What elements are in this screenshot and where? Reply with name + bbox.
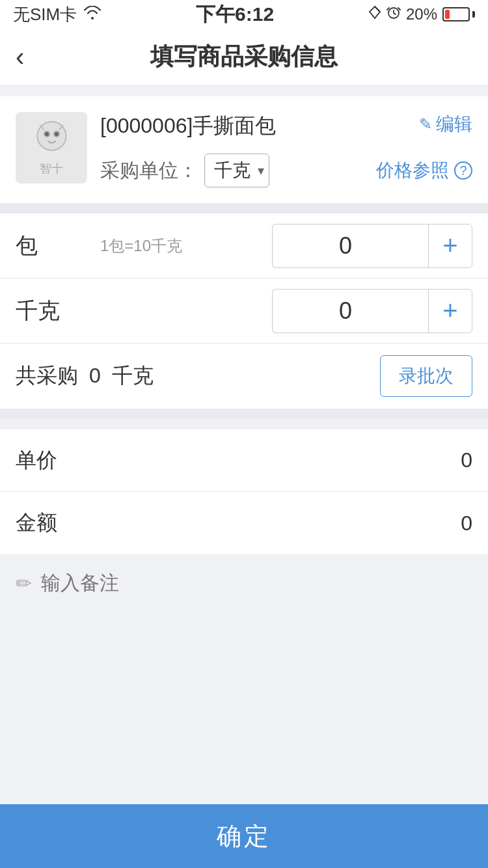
bao-row: 包 1包=10千克 + bbox=[0, 213, 488, 278]
edit-button[interactable]: ✎ 编辑 bbox=[419, 112, 472, 137]
summary-unit: 千克 bbox=[112, 364, 154, 387]
nav-bar: ‹ 填写商品采购信息 bbox=[0, 29, 488, 86]
svg-point-4 bbox=[45, 132, 49, 136]
kg-plus-button[interactable]: + bbox=[428, 289, 472, 333]
kg-input-group: + bbox=[94, 289, 472, 333]
svg-point-5 bbox=[55, 132, 59, 136]
section-divider-1 bbox=[0, 203, 488, 213]
bao-plus-button[interactable]: + bbox=[428, 224, 472, 268]
price-section: 单价 0 金额 0 bbox=[0, 429, 488, 554]
status-bar: 无SIM卡 下午6:12 bbox=[0, 0, 488, 29]
alarm-icon bbox=[386, 5, 401, 23]
product-thumbnail: 智十 bbox=[16, 112, 87, 183]
unit-price-label: 单价 bbox=[16, 446, 57, 475]
carrier-text: 无SIM卡 bbox=[13, 3, 77, 26]
product-logo-text: 智十 bbox=[40, 161, 63, 176]
unit-price-value: 0 bbox=[461, 448, 472, 472]
product-card: 智十 [0000006]手撕面包 ✎ 编辑 采购单位： 千克 ▾ bbox=[0, 96, 488, 203]
edit-icon: ✎ bbox=[419, 115, 432, 133]
product-thumb-owl-icon bbox=[34, 120, 70, 158]
summary-text: 共采购 0 千克 bbox=[16, 362, 154, 390]
edit-label: 编辑 bbox=[436, 112, 472, 137]
pencil-icon: ✏ bbox=[16, 572, 32, 595]
section-divider-2 bbox=[0, 409, 488, 419]
wifi-icon bbox=[83, 5, 102, 25]
input-section: 包 1包=10千克 + 千克 + 共采购 0 千克 录批次 bbox=[0, 213, 488, 409]
back-button[interactable]: ‹ bbox=[16, 42, 24, 72]
status-time: 下午6:12 bbox=[196, 1, 274, 28]
confirm-bar[interactable]: 确定 bbox=[0, 804, 488, 868]
kg-row: 千克 + bbox=[0, 278, 488, 344]
amount-label: 金额 bbox=[16, 509, 57, 537]
unit-selector[interactable]: 千克 ▾ bbox=[204, 154, 269, 187]
confirm-button-label: 确定 bbox=[217, 820, 271, 853]
amount-row: 金额 0 bbox=[0, 492, 488, 554]
price-ref-info-icon: ? bbox=[454, 161, 472, 180]
battery-icon bbox=[442, 7, 475, 21]
product-name: [0000006]手撕面包 bbox=[100, 112, 276, 141]
bao-quantity-input[interactable] bbox=[272, 224, 428, 268]
summary-label: 共采购 bbox=[16, 364, 78, 387]
unit-price-row: 单价 0 bbox=[0, 429, 488, 492]
kg-label: 千克 bbox=[16, 296, 94, 326]
remark-section[interactable]: ✏ bbox=[0, 554, 488, 612]
status-left: 无SIM卡 bbox=[13, 3, 102, 26]
battery-percentage: 20% bbox=[406, 5, 437, 23]
price-ref-label: 价格参照 bbox=[376, 158, 449, 183]
bao-sublabel: 1包=10千克 bbox=[100, 236, 182, 256]
page-title: 填写商品采购信息 bbox=[150, 41, 338, 73]
summary-row: 共采购 0 千克 录批次 bbox=[0, 344, 488, 409]
product-info: [0000006]手撕面包 ✎ 编辑 采购单位： 千克 ▾ 价格参照 ? bbox=[100, 112, 472, 187]
bao-input-group: + bbox=[182, 224, 472, 268]
bao-label: 包 bbox=[16, 231, 94, 261]
remark-input[interactable] bbox=[41, 572, 472, 594]
kg-quantity-input[interactable] bbox=[272, 289, 428, 333]
status-right: 20% bbox=[368, 5, 475, 23]
unit-dropdown-arrow: ▾ bbox=[258, 163, 264, 178]
summary-value: 0 bbox=[89, 364, 101, 387]
unit-label: 采购单位： bbox=[100, 157, 198, 184]
empty-area bbox=[0, 612, 488, 807]
price-reference-button[interactable]: 价格参照 ? bbox=[376, 158, 472, 183]
batch-record-button[interactable]: 录批次 bbox=[380, 355, 472, 397]
location-icon bbox=[368, 5, 381, 23]
amount-value: 0 bbox=[461, 511, 472, 536]
